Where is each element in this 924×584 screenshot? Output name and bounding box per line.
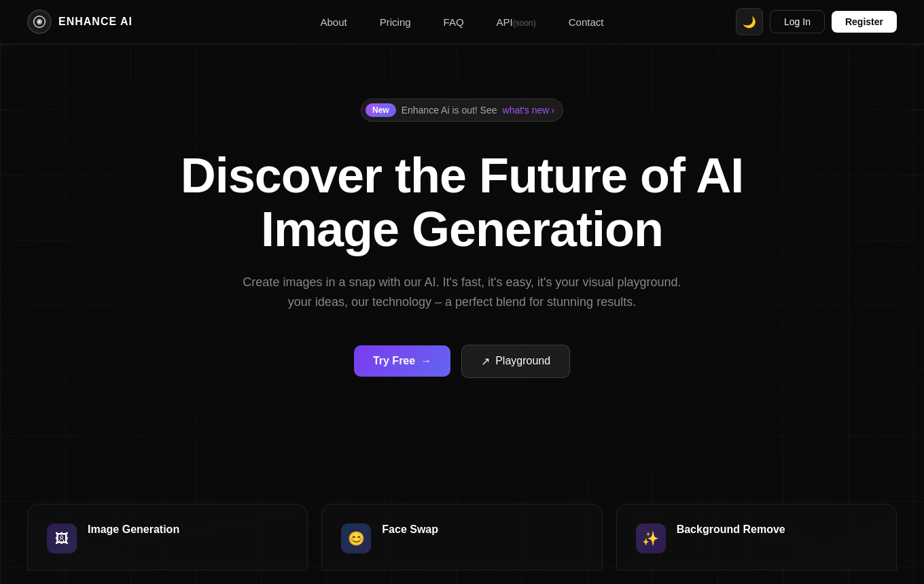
svg-point-2 <box>38 20 40 22</box>
hero-subtitle: Create images in a snap with our AI. It'… <box>231 273 693 312</box>
logo-text: ENHANCE AI <box>58 16 132 28</box>
navbar-actions: 🌙 Log In Register <box>736 8 897 35</box>
background-remove-title: Background Remove <box>677 523 785 536</box>
main-nav: About Pricing FAQ API(soon) Contact <box>307 11 618 33</box>
hero-section: New Enhance Ai is out! See what's new › … <box>0 44 924 584</box>
face-swap-icon: 😊 <box>348 530 365 547</box>
announcement-badge: New Enhance Ai is out! See what's new › <box>361 99 563 122</box>
login-button[interactable]: Log In <box>770 10 825 33</box>
logo-icon <box>27 10 52 34</box>
feature-card-face-swap: 😊 Face Swap <box>321 504 602 570</box>
background-remove-icon: ✨ <box>642 530 659 547</box>
background-remove-icon-wrap: ✨ <box>636 523 666 553</box>
nav-about[interactable]: About <box>307 11 361 33</box>
image-generation-icon-wrap: 🖼 <box>47 523 77 553</box>
navbar: ENHANCE AI About Pricing FAQ API(soon) C… <box>0 0 924 44</box>
nav-contact[interactable]: Contact <box>555 11 618 33</box>
playground-button[interactable]: ↗ Playground <box>461 345 570 378</box>
api-soon-badge: (soon) <box>513 18 536 28</box>
badge-main-text: Enhance Ai is out! See <box>402 105 497 116</box>
external-link-icon: ↗ <box>481 355 490 368</box>
hero-title: Discover the Future of AI Image Generati… <box>149 149 775 256</box>
nav-faq[interactable]: FAQ <box>430 11 478 33</box>
logo-link[interactable]: ENHANCE AI <box>27 10 132 34</box>
nav-api[interactable]: API(soon) <box>483 11 550 33</box>
feature-card-image-generation: 🖼 Image Generation <box>27 504 308 570</box>
arrow-icon: → <box>421 355 431 367</box>
badge-whats-new-link[interactable]: what's new › <box>503 105 555 116</box>
feature-cards-section: 🖼 Image Generation 😊 Face Swap ✨ Backgro… <box>0 490 924 584</box>
face-swap-title: Face Swap <box>382 523 438 536</box>
image-generation-icon: 🖼 <box>55 531 69 547</box>
image-generation-title: Image Generation <box>88 523 179 536</box>
feature-card-background-remove: ✨ Background Remove <box>616 504 897 570</box>
theme-toggle-button[interactable]: 🌙 <box>736 8 763 35</box>
hero-cta-group: Try Free → ↗ Playground <box>354 345 570 378</box>
badge-new-label: New <box>366 103 396 117</box>
nav-pricing[interactable]: Pricing <box>366 11 425 33</box>
hero-content: New Enhance Ai is out! See what's new › … <box>122 99 802 378</box>
register-button[interactable]: Register <box>832 11 897 33</box>
try-free-button[interactable]: Try Free → <box>354 345 450 377</box>
face-swap-icon-wrap: 😊 <box>341 523 371 553</box>
